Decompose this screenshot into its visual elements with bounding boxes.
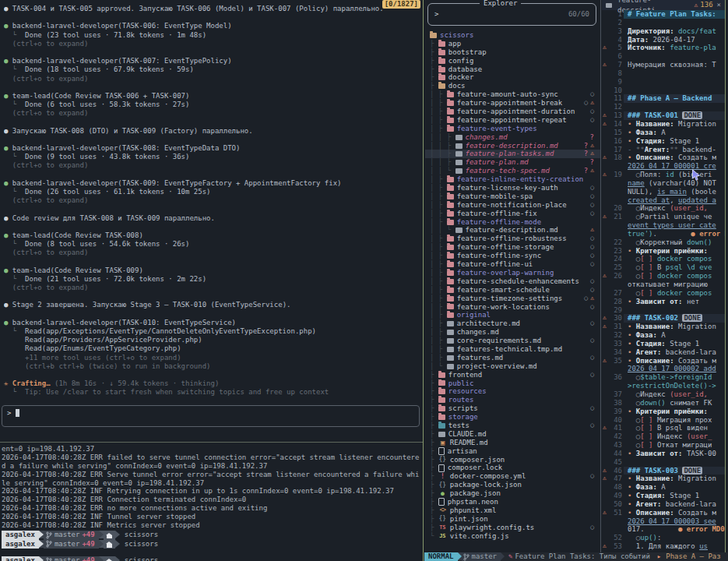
editor-line[interactable]: 23• Критерии приёмки: bbox=[602, 247, 725, 256]
editor-line[interactable]: NULL), is_main (boole bbox=[602, 188, 725, 196]
tree-item-scissors[interactable]: scissors bbox=[425, 31, 600, 40]
editor-line[interactable]: 28• Зависит от: нет bbox=[602, 298, 725, 306]
tree-item-feature-offline-ui[interactable]: │ ├ feature-offline-ui○ bbox=[425, 260, 600, 269]
tree-item-feature-offline-robustness[interactable]: │ ├ feature-offline-robustness○ bbox=[425, 235, 600, 243]
tree-item-database[interactable]: ├ database bbox=[425, 65, 600, 74]
tree-item-resources[interactable]: ├ resources bbox=[425, 387, 600, 396]
editor-line[interactable]: ⚠41 ○[ ] В psql виден bbox=[602, 424, 725, 432]
editor-line[interactable]: 49• Стадия: Stage 1 bbox=[602, 492, 725, 500]
tree-item-feature-overlap-warning[interactable]: │ ├ feature-overlap-warning bbox=[425, 269, 600, 277]
editor-line[interactable]: ⚠5Источник: feature-pla bbox=[602, 44, 725, 52]
editor-line[interactable]: 42 ○[ ] Индекс (user_ bbox=[602, 432, 725, 441]
editor-line[interactable]: ⚠26 ○[ ] docker compos bbox=[602, 272, 725, 280]
editor-line[interactable]: ⚠51• Описание: Создать м bbox=[602, 509, 725, 517]
editor-line[interactable]: 20 ○Индекс (user_id, bbox=[602, 204, 725, 213]
editor-line[interactable]: >restrictOnDelete()-> bbox=[602, 382, 725, 390]
close-icon[interactable]: × bbox=[717, 0, 721, 10]
editor-line[interactable]: ⚠13### TASK-001 DONE bbox=[602, 111, 725, 120]
tree-item-public[interactable]: ├ public bbox=[425, 379, 600, 388]
tree-item-feature-work-locations[interactable]: │ ├ feature-work-locations○ bbox=[425, 303, 600, 312]
editor-line[interactable]: 3Директория: docs/feat bbox=[602, 27, 725, 36]
tree-item-original[interactable]: │ ├ original bbox=[425, 311, 600, 319]
tree-item-features-technical.tmp.md[interactable]: │ ├ features-technical.tmp.md bbox=[425, 345, 600, 354]
editor-buffer[interactable]: 1# Feature Plan Tasks:23Директория: docs… bbox=[602, 10, 725, 551]
tree-item-docs[interactable]: ├ docs bbox=[425, 82, 600, 90]
tree-item-config[interactable]: ├ config bbox=[425, 57, 600, 65]
tree-item-feature-amount-auto-sync[interactable]: │ ├ feature-amount-auto-sync○ bbox=[425, 90, 600, 99]
window-separator[interactable] bbox=[600, 0, 601, 552]
tree-item-features.md[interactable]: │ ├ features.md○ bbox=[425, 354, 600, 362]
tree-item-composer.lock[interactable]: ├ composer.lock bbox=[425, 464, 600, 472]
tree-item-feature-timezone-settings[interactable]: │ ├ feature-timezone-settings○⚠ bbox=[425, 295, 600, 303]
tree-item-feature-inline-entity-creation[interactable]: │ ├ feature-inline-entity-creation bbox=[425, 175, 600, 184]
editor-line[interactable]: 32• Фаза: A bbox=[602, 331, 725, 340]
editor-line[interactable]: 29 bbox=[602, 306, 725, 315]
tree-item-feature-license-key-auth[interactable]: │ ├ feature-license-key-auth○ bbox=[425, 184, 600, 192]
editor-line[interactable]: 017. ● error MD01 bbox=[602, 525, 725, 534]
editor-line[interactable]: 38 ○down() снимает FK bbox=[602, 399, 725, 408]
editor-line[interactable]: ⚠46### TASK-003 DONE bbox=[602, 467, 725, 475]
tree-item-feature-schedule-enhancements[interactable]: │ ├ feature-schedule-enhancements○ bbox=[425, 277, 600, 286]
editor-line[interactable]: ⚠7Нумерация сквозная: T bbox=[602, 61, 725, 69]
tree-item-project-overview.md[interactable]: │ └ project-overview.md bbox=[425, 362, 600, 371]
editor-line[interactable]: ⚠21 ○Partial unique чe bbox=[602, 213, 725, 221]
editor-line[interactable]: 2 bbox=[602, 19, 725, 27]
editor-line[interactable]: 40 ○[ ] Миграция прох bbox=[602, 416, 725, 425]
tree-item-feature-smart-schedule[interactable]: │ ├ feature-smart-schedule○ bbox=[425, 286, 600, 295]
tree-item-changes.md[interactable]: │ │ ├ changes.md? bbox=[425, 133, 600, 142]
editor-line[interactable]: 50• Агент: backend-lara bbox=[602, 500, 725, 509]
editor-line[interactable]: 36 ○$table->foreignId bbox=[602, 373, 725, 382]
tree-item-tests[interactable]: ├ tests○ bbox=[425, 422, 600, 430]
editor-line[interactable]: 11## Phase A — Backend bbox=[602, 94, 725, 103]
tree-item-package.json[interactable]: ├ ●package.json bbox=[425, 489, 600, 498]
editor-line[interactable]: 45 bbox=[602, 458, 725, 467]
tree-item-app[interactable]: ├ app bbox=[425, 40, 600, 48]
editor-line[interactable]: 15• Фаза: A bbox=[602, 129, 725, 137]
tree-item-storage[interactable]: ├ storage bbox=[425, 413, 600, 422]
editor-line[interactable]: ⚠30### TASK-002 DONE bbox=[602, 314, 725, 323]
editor-line[interactable]: 2026_04_17_000001_cre bbox=[602, 162, 725, 171]
tree-item-docker-compose.yml[interactable]: ├ !docker-compose.yml○ bbox=[425, 472, 600, 481]
editor-line[interactable]: ⚠14• Название: Migration bbox=[602, 120, 725, 129]
editor-line[interactable]: 4Дата: 2026-04-17 bbox=[602, 36, 725, 44]
tree-item-feature-tech-spec.md[interactable]: │ │ └ feature-tech-spec.md?⚠ bbox=[425, 167, 600, 175]
editor-line[interactable]: 10 bbox=[602, 86, 725, 95]
tree-item-CLAUDE.md[interactable]: ├ CLAUDE.md bbox=[425, 430, 600, 439]
tree-item-docker[interactable]: ├ docker bbox=[425, 73, 600, 82]
tree-item-changes.md[interactable]: │ ├ changes.md bbox=[425, 328, 600, 337]
editor-line[interactable]: 17- **Агент:** backend- bbox=[602, 146, 725, 154]
tree-item-routes[interactable]: ├ routes bbox=[425, 396, 600, 404]
editor-line[interactable]: true'). ● error M bbox=[602, 230, 725, 238]
tree-item-feature-notification-place[interactable]: │ ├ feature-notification-place○ bbox=[425, 201, 600, 210]
claude-input[interactable]: > bbox=[2, 405, 420, 427]
tree-item-playwright.config.ts[interactable]: ├ TSplaywright.config.ts○ bbox=[425, 524, 600, 532]
tree-item-feature-plan-tasks.md[interactable]: │ │ ├ feature-plan-tasks.md?⚠ bbox=[425, 150, 600, 158]
editor-line[interactable]: 8 bbox=[602, 69, 725, 78]
editor-line[interactable]: 48• Фаза: A bbox=[602, 483, 725, 492]
editor-line[interactable]: ⚠53 1. Для каждого us bbox=[602, 542, 725, 551]
editor-line[interactable]: 24 ○[ ] docker compos bbox=[602, 255, 725, 263]
editor-line[interactable]: 44• Зависит от: TASK-00 bbox=[602, 450, 725, 458]
tree-item-phpstan.neon[interactable]: ├ phpstan.neon bbox=[425, 498, 600, 506]
tree-item-feature-mobile-spa[interactable]: │ ├ feature-mobile-spa○ bbox=[425, 192, 600, 201]
editor-line[interactable]: 39• Критерии приёмки: bbox=[602, 408, 725, 416]
editor-line[interactable]: ⚠35• Описание: Создать м bbox=[602, 357, 725, 365]
tab-feature-description[interactable]: feature-descripti… ⚠136 × bbox=[602, 0, 725, 10]
editor-line[interactable]: name (varchar(40) NOT bbox=[602, 179, 725, 188]
editor-line[interactable]: ⚠18• Описание: Создать м bbox=[602, 153, 725, 162]
tmux-horizontal-split[interactable] bbox=[0, 442, 423, 443]
editor-line[interactable]: 6 bbox=[602, 52, 725, 61]
editor-line[interactable]: 52 ○up(): bbox=[602, 534, 725, 542]
explorer-filter-box[interactable]: Explorer > 60/60 bbox=[427, 3, 596, 26]
editor-line[interactable]: 25 ○[ ] В psql \d eve bbox=[602, 263, 725, 272]
editor-line[interactable]: 22 ○Корректный down() bbox=[602, 238, 725, 247]
tree-item-feature-description.md[interactable]: │ │ ├ feature-description.md?⚠ bbox=[425, 142, 600, 150]
editor-line[interactable]: 2026_04_17_000002_add bbox=[602, 365, 725, 373]
editor-line[interactable]: 37 ○Индекс (user_id, bbox=[602, 390, 725, 399]
tree-item-feature-appointment-repeat[interactable]: │ ├ feature-appointment-repeat○ bbox=[425, 116, 600, 125]
tree-item-bootstrap[interactable]: ├ bootstrap bbox=[425, 48, 600, 57]
tree-item-feature-appointment-duration[interactable]: │ ├ feature-appointment-duration○ bbox=[425, 108, 600, 116]
tree-item-feature-event-types[interactable]: │ ├ feature-event-types bbox=[425, 125, 600, 133]
tree-item-artisan[interactable]: ├ artisan bbox=[425, 447, 600, 456]
editor-line[interactable]: 1# Feature Plan Tasks: bbox=[602, 10, 725, 19]
